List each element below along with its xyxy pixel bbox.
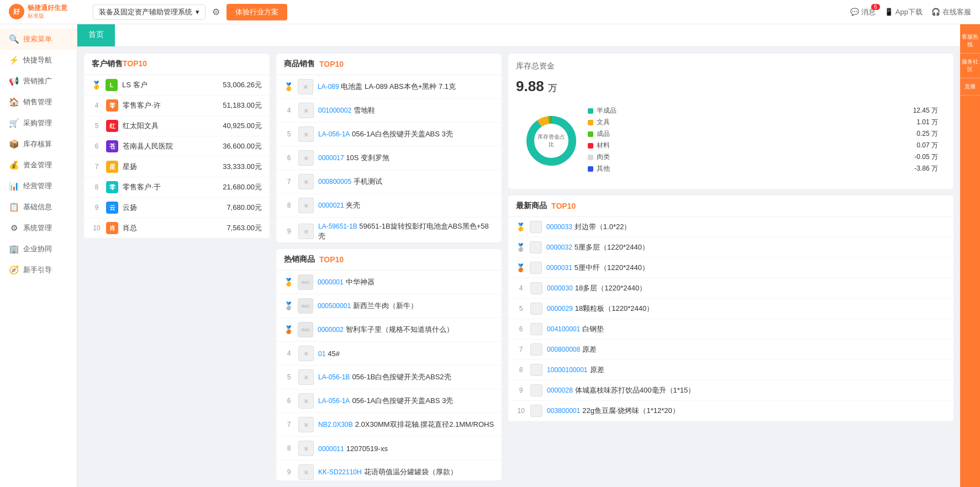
rank-amount: 7,680.00元 [226, 203, 262, 213]
hot-product-item: 4▣0145# [276, 342, 502, 366]
sidebar-label-3: 销售管理 [23, 97, 52, 107]
rank-avatar: L [106, 79, 118, 91]
sidebar-item-库存核算[interactable]: 📦库存核算 [0, 134, 77, 155]
rank-avatar: 零 [106, 99, 118, 112]
top-bar: 好 畅捷通好生意 标准版 装备及固定资产辅助管理系统 ▾ ⚙ 体验行业方案 💬 … [0, 0, 980, 24]
new-product-item: 6004100001白钢垫 [508, 319, 953, 340]
legend-value: -3.86 万 [914, 164, 938, 173]
rank-medal: 🥇 [92, 81, 101, 89]
sidebar-label-11: 新手引导 [23, 265, 52, 275]
product-sales-header: 商品销售TOP10 [276, 54, 502, 75]
sidebar-label-6: 资金管理 [23, 160, 52, 170]
legend-label: 成品 [597, 129, 913, 139]
rank-avatar: 苍 [106, 140, 118, 152]
sidebar-item-资金管理[interactable]: 💰资金管理 [0, 155, 77, 176]
trial-button[interactable]: 体验行业方案 [226, 4, 287, 20]
top-customers-card: 客户销售TOP10 🥇LLS 客户53,006.26元4零零售客户·许51,18… [84, 54, 270, 239]
rank-name: 红太阳文具 [123, 121, 218, 131]
hot-product-item: 8▣000001112070519-xs [276, 437, 502, 460]
right-sidebar-服务社区[interactable]: 服务社区 [960, 54, 980, 78]
product-img: ▣ [298, 150, 314, 166]
sidebar-item-采购管理[interactable]: 🛒采购管理 [0, 113, 77, 134]
sidebar-label-10: 企业协同 [23, 244, 52, 254]
sidebar-label-2: 营销推广 [23, 76, 52, 86]
panel-right: 库存总资金 9.88 万 [502, 47, 960, 487]
system-selector[interactable]: 装备及固定资产辅助管理系统 ▾ [93, 4, 206, 20]
legend-value: 1.01 万 [916, 118, 938, 127]
rank-name: 零售客户·于 [123, 182, 218, 192]
logo-text-block: 畅捷通好生意 标准版 [28, 4, 67, 19]
product-sales-item: 7▣000800005 手机测试 [276, 170, 502, 194]
sidebar-icon-0: 🔍 [9, 34, 19, 44]
hot-product-item: 7▣NB2.0X30B2.0X30MM双排花轴.摆花直径2.1MM/ROHS [276, 413, 502, 437]
headset-icon: 🎧 [931, 8, 940, 16]
sidebar-item-营销推广[interactable]: 📢营销推广 [0, 71, 77, 92]
hot-product-img-placeholder: ▣ [298, 346, 314, 361]
sidebar-icon-11: 🧭 [9, 265, 19, 275]
rank-amount: 33,333.00元 [223, 162, 262, 172]
sidebar-item-销售管理[interactable]: 🏠销售管理 [0, 92, 77, 113]
legend-item: 其他-3.86 万 [588, 164, 938, 173]
gear-icon[interactable]: ⚙ [212, 7, 220, 17]
product-sales-list: 🥇▣LA-089 电池盖 LA-089 ABS本色+黑种 7.1克4▣00100… [276, 75, 502, 242]
legend-value: 0.25 万 [916, 129, 938, 139]
online-service-item[interactable]: 🎧 在线客服 [931, 7, 971, 17]
rank-amount: 51,183.00元 [223, 100, 262, 110]
rank-amount: 36,600.00元 [223, 141, 262, 151]
sidebar-item-企业协同[interactable]: 🏢企业协同 [0, 239, 77, 260]
rank-name: LS 客户 [122, 80, 218, 90]
sidebar-icon-6: 💰 [9, 160, 19, 170]
chevron-down-icon: ▾ [196, 8, 199, 16]
new-product-item: 7000800008原差 [508, 340, 953, 360]
product-img: ▣ [298, 103, 314, 118]
legend-value: 0.07 万 [916, 141, 938, 150]
legend-item: 文具1.01 万 [588, 118, 938, 127]
rank-item: 6苍苍南县人民医院36,600.00元 [84, 136, 270, 157]
sidebar-label-9: 系统管理 [23, 223, 52, 233]
main-layout: 🔍搜索菜单⚡快捷导航📢营销推广🏠销售管理🛒采购管理📦库存核算💰资金管理📊经营管理… [0, 24, 980, 487]
top-customers-title: 客户销售TOP10 [92, 59, 147, 69]
hot-product-item: 🥈IMG000500001新西兰牛肉（新牛） [276, 294, 502, 318]
legend-value: 12.45 万 [913, 106, 938, 115]
sidebar-icon-8: 📋 [9, 202, 19, 212]
rank-num: 9 [92, 204, 102, 211]
sidebar-item-快捷导航[interactable]: ⚡快捷导航 [0, 50, 77, 71]
hot-products-header: 热销商品TOP10 [276, 249, 502, 271]
new-products-card: 最新商品TOP10 🥇0000033封边带（1.0*22）🥈00000325厘多… [508, 195, 953, 421]
right-sidebar-直播[interactable]: 直播 [960, 78, 980, 96]
legend-dot [588, 120, 593, 125]
rank-amount: 21,680.00元 [223, 182, 262, 192]
sidebar-icon-4: 🛒 [9, 118, 19, 128]
hot-products-card: 热销商品TOP10 🥇IMG0000001中华神器🥈IMG000500001新西… [276, 249, 502, 480]
new-product-img [530, 262, 542, 274]
sidebar-item-搜索菜单[interactable]: 🔍搜索菜单 [0, 29, 77, 50]
app-download-label: App下载 [895, 7, 923, 17]
messages-item[interactable]: 💬 消息 6 [850, 7, 876, 17]
right-sidebar-客服热线[interactable]: 客服热线 [960, 29, 980, 54]
sidebar-item-经营管理[interactable]: 📊经营管理 [0, 176, 77, 197]
sidebar-icon-2: 📢 [9, 76, 19, 86]
sidebar-item-新手引导[interactable]: 🧭新手引导 [0, 260, 77, 280]
new-product-img [530, 343, 542, 356]
rank-avatar: 红 [106, 120, 118, 132]
inventory-title: 库存总资金 [516, 61, 555, 71]
new-product-item: 🥇0000033封边带（1.0*22） [508, 217, 953, 237]
top-customers-list: 🥇LLS 客户53,006.26元4零零售客户·许51,183.00元5红红太阳… [84, 75, 270, 239]
product-img: ▣ [298, 198, 314, 213]
sidebar-item-系统管理[interactable]: ⚙系统管理 [0, 218, 77, 239]
new-product-img [530, 405, 542, 417]
rank-avatar: 云 [106, 202, 118, 214]
rank-name: 零售客户·许 [123, 100, 218, 110]
sidebar-icon-1: ⚡ [9, 55, 19, 65]
rank-amount: 40,925.00元 [223, 121, 262, 131]
new-product-item: 1000380000122g鱼豆腐·烧烤味（1*12*20） [508, 401, 953, 421]
sidebar-icon-7: 📊 [9, 181, 19, 191]
tab-home[interactable]: 首页 [77, 24, 115, 46]
legend-label: 材料 [597, 141, 913, 150]
hot-product-item: 9▣KK-SD22110H花语萌值温分罐罐袋（厚款） [276, 460, 502, 480]
app-download-item[interactable]: 📱 App下载 [884, 7, 923, 17]
top-right: 💬 消息 6 📱 App下载 🎧 在线客服 [850, 7, 971, 17]
sidebar-item-基础信息[interactable]: 📋基础信息 [0, 197, 77, 218]
sidebar-label-8: 基础信息 [23, 202, 52, 212]
messages-badge: 6 [871, 4, 880, 10]
